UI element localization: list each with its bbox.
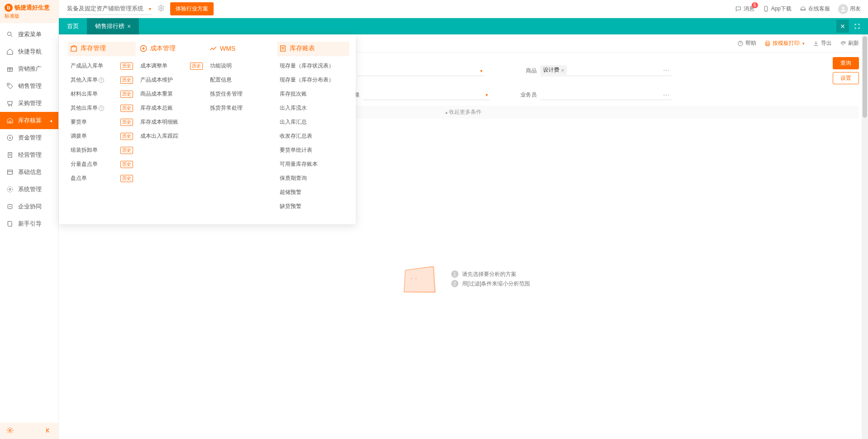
history-badge[interactable]: 历史 [120, 133, 133, 140]
sidebar-item-funds[interactable]: ¥ 资金管理 [0, 129, 58, 146]
mega-menu-item[interactable]: 现存量（库存状况表） [277, 59, 349, 73]
mega-menu-item[interactable]: 调拨单历史 [68, 129, 136, 143]
refresh-button[interactable]: 刷新 [840, 39, 859, 47]
mega-menu-item[interactable]: 要货单统计表 [277, 143, 349, 157]
mega-menu-item[interactable]: 盘点单历史 [68, 171, 136, 185]
scrollbar[interactable] [862, 34, 868, 439]
user-menu[interactable]: 用友 [838, 4, 861, 14]
sidebar-item-quicknav[interactable]: 快捷导航 [0, 43, 58, 60]
mega-menu-item[interactable]: 可用量库存账本 [277, 157, 349, 171]
mega-head-reports: 库存账表 [277, 42, 349, 56]
history-badge[interactable]: 历史 [120, 119, 133, 126]
mega-menu-item[interactable]: 产成品入库单历史 [68, 59, 136, 73]
mega-item-label: 出入库汇总 [280, 118, 307, 126]
mega-title: 库存账表 [290, 44, 315, 53]
settings-button[interactable] [157, 5, 165, 13]
history-badge[interactable]: 历史 [120, 175, 133, 182]
online-service-button[interactable]: 在线客服 [800, 5, 830, 13]
sidebar-item-basic[interactable]: 基础信息 [0, 164, 58, 181]
mega-item-label: 组装拆卸单 [71, 146, 98, 154]
sidebar-item-sales[interactable]: 销售管理 [0, 77, 58, 95]
mega-menu-item[interactable]: 库存成本明细账 [138, 115, 205, 129]
ellipsis-icon[interactable]: ⋯ [663, 92, 670, 99]
history-badge[interactable]: 历史 [120, 161, 133, 168]
tabbar-close-button[interactable] [836, 20, 849, 33]
sidebar-item-business[interactable]: 经营管理 [0, 146, 58, 164]
mega-menu-item[interactable]: 配置信息 [207, 73, 275, 87]
mega-menu-item[interactable]: 其他出库单?历史 [68, 101, 136, 115]
messages-button[interactable]: 消息 6 [735, 5, 754, 13]
mega-menu-item[interactable]: 要货单历史 [68, 115, 136, 129]
product-tag-label: 设计费 [543, 66, 559, 74]
main-area: 装备及固定资产辅助管理系统 ▾ 体验行业方案 消息 6 App下载 在线客服 [59, 0, 868, 439]
sidebar-item-inventory[interactable]: 库存核算 ◂ [0, 112, 58, 129]
history-badge[interactable]: 历史 [120, 105, 133, 112]
mega-menu-item[interactable]: 收发存汇总表 [277, 129, 349, 143]
history-badge[interactable]: 历史 [120, 77, 133, 84]
filter-field-generic1[interactable] [358, 66, 484, 76]
tab-close-icon[interactable]: × [127, 23, 131, 30]
product-filter-tag[interactable]: 设计费 × [540, 65, 567, 75]
sidebar-item-collab[interactable]: 企业协同 [0, 198, 58, 215]
experience-button[interactable]: 体验行业方案 [170, 2, 214, 15]
mega-title: 成本管理 [150, 44, 176, 53]
collapse-sidebar-icon[interactable] [45, 427, 52, 435]
mega-menu-item[interactable]: 产品成本维护 [138, 73, 205, 87]
export-button[interactable]: 导出 [813, 39, 832, 47]
tab-home[interactable]: 首页 [59, 18, 87, 34]
step-2-text: 用[过滤]条件来缩小分析范围 [462, 280, 530, 288]
agent-filter-input[interactable] [540, 90, 672, 100]
mega-menu-item[interactable]: 保质期查询 [277, 171, 349, 185]
help-button[interactable]: 帮助 [737, 39, 756, 47]
sidebar-item-guide[interactable]: 新手引导 [0, 215, 58, 232]
sidebar-item-marketing[interactable]: 营销推广 [0, 60, 58, 77]
mega-item-label: 拣货异常处理 [210, 104, 243, 112]
system-dropdown[interactable]: 装备及固定资产辅助管理系统 ▾ [66, 3, 152, 15]
amount-filter-input[interactable] [363, 90, 490, 100]
mega-item-label: 其他入库单? [71, 76, 104, 84]
svg-text:¥: ¥ [9, 136, 11, 140]
ellipsis-icon[interactable]: ⋯ [663, 67, 670, 74]
mega-menu-item[interactable]: 分量盘点单历史 [68, 157, 136, 171]
mega-item-label: 材料出库单 [71, 90, 98, 98]
scrollbar-thumb[interactable] [863, 36, 867, 118]
mega-menu-item[interactable]: 出入库流水 [277, 101, 349, 115]
mega-menu-item[interactable]: 组装拆卸单历史 [68, 143, 136, 157]
history-badge[interactable]: 历史 [190, 63, 203, 70]
mega-menu-item[interactable]: 成本调整单历史 [138, 59, 205, 73]
mega-menu-item[interactable]: 其他入库单?历史 [68, 73, 136, 87]
mega-menu-item[interactable]: 库存成本总账 [138, 101, 205, 115]
history-badge[interactable]: 历史 [120, 63, 133, 70]
app-download-button[interactable]: App下载 [763, 5, 792, 13]
history-badge[interactable]: 历史 [120, 147, 133, 154]
mega-menu-item[interactable]: 出入库汇总 [277, 115, 349, 129]
mega-menu-item[interactable]: 现存量（库存分布表） [277, 73, 349, 87]
mega-item-label: 现存量（库存状况表） [280, 62, 334, 70]
mega-menu-item[interactable]: 库存批次账 [277, 87, 349, 101]
settings-icon[interactable] [6, 427, 14, 435]
tab-sales-ranking[interactable]: 销售排行榜 × [87, 18, 139, 34]
mega-menu-item[interactable]: 功能说明 [207, 59, 275, 73]
mega-menu-item[interactable]: 成本出入库跟踪 [138, 129, 205, 143]
sidebar-label: 快捷导航 [18, 48, 42, 56]
mega-menu-item[interactable]: 拣货任务管理 [207, 87, 275, 101]
tabbar-fullscreen-button[interactable] [851, 20, 863, 33]
mega-menu-item[interactable]: 超储预警 [277, 185, 349, 199]
mega-menu-item[interactable]: 商品成本重算 [138, 87, 205, 101]
print-template-button[interactable]: 按模板打印▾ [764, 39, 805, 47]
sidebar-item-purchase[interactable]: 采购管理 [0, 95, 58, 112]
svg-point-24 [842, 7, 844, 9]
mega-item-label: 要货单 [71, 118, 87, 126]
query-button[interactable]: 查询 [833, 57, 859, 69]
mega-menu-item[interactable]: 缺货预警 [277, 199, 349, 213]
mega-item-label: 缺货预警 [280, 203, 301, 210]
mega-item-label: 库存成本明细账 [140, 118, 178, 126]
sidebar-item-search[interactable]: 搜索菜单 [0, 26, 58, 43]
mega-menu-item[interactable]: 材料出库单历史 [68, 87, 136, 101]
step-1-text: 请先选择要分析的方案 [462, 270, 516, 278]
mega-menu-item[interactable]: 拣货异常处理 [207, 101, 275, 115]
remove-tag-icon[interactable]: × [561, 68, 564, 73]
history-badge[interactable]: 历史 [120, 91, 133, 98]
settings-filter-button[interactable]: 设置 [833, 72, 859, 84]
sidebar-item-system[interactable]: 系统管理 [0, 181, 58, 198]
